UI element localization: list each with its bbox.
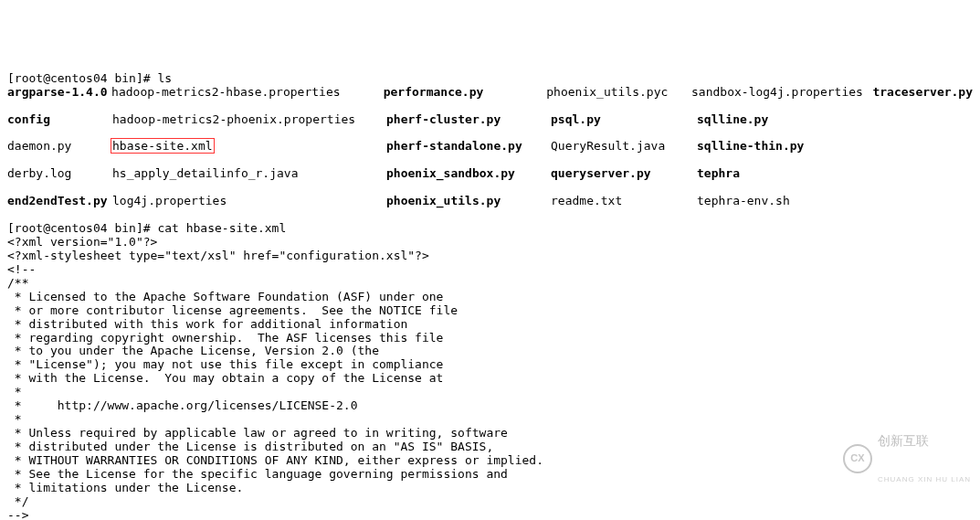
file: phoenix_utils.py bbox=[386, 195, 551, 208]
comment-open: <!-- bbox=[7, 262, 36, 276]
command-ls: ls bbox=[157, 71, 172, 85]
xml-declaration: <?xml version="1.0"?> bbox=[7, 235, 157, 249]
terminal-output: [root@centos04 bin]# ls argparse-1.4.0ha… bbox=[7, 58, 973, 520]
file: sqlline.py bbox=[697, 113, 880, 127]
license-line: * or more contributor license agreements… bbox=[7, 303, 458, 317]
file: QueryResult.java bbox=[551, 140, 697, 154]
license-line: * http://www.apache.org/licenses/LICENSE… bbox=[7, 398, 358, 412]
file: phoenix_sandbox.py bbox=[386, 167, 551, 181]
shell-prompt: [root@centos04 bin]# bbox=[7, 221, 157, 235]
license-line: * regarding copyright ownership. The ASF… bbox=[7, 331, 443, 345]
file: sandbox-log4j.properties bbox=[691, 86, 872, 100]
license-line: * bbox=[7, 385, 22, 398]
watermark-subtext: CHUANG XIN HU LIAN bbox=[878, 475, 971, 483]
license-line: * Licensed to the Apache Software Founda… bbox=[7, 290, 443, 303]
license-line: * "License"); you may not use this file … bbox=[7, 357, 443, 371]
file: derby.log bbox=[7, 167, 112, 181]
watermark-logo-icon: CX bbox=[843, 444, 872, 473]
xml-stylesheet: <?xml-stylesheet type="text/xsl" href="c… bbox=[7, 249, 429, 262]
license-line: /** bbox=[7, 276, 28, 290]
file: traceserver.py bbox=[872, 86, 973, 100]
comment-close: --> bbox=[7, 508, 28, 520]
file: log4j.properties bbox=[112, 195, 386, 208]
file: tephra bbox=[697, 167, 880, 181]
ls-row: argparse-1.4.0hadoop-metrics2-hbase.prop… bbox=[7, 86, 973, 100]
file: pherf-standalone.py bbox=[386, 140, 551, 154]
file: readme.txt bbox=[551, 195, 697, 208]
file: performance.py bbox=[384, 86, 547, 100]
file: config bbox=[7, 113, 112, 127]
license-line: * to you under the Apache License, Versi… bbox=[7, 344, 379, 357]
license-line: * distributed under the License is distr… bbox=[7, 440, 493, 453]
file: sqlline-thin.py bbox=[697, 140, 880, 154]
license-line: * with the License. You may obtain a cop… bbox=[7, 371, 443, 385]
license-line: * WITHOUT WARRANTIES OR CONDITIONS OF AN… bbox=[7, 453, 543, 467]
license-line: * bbox=[7, 412, 22, 426]
ls-row: confighadoop-metrics2-phoenix.properties… bbox=[7, 113, 973, 127]
shell-prompt: [root@centos04 bin]# bbox=[7, 71, 157, 85]
file: phoenix_utils.pyc bbox=[546, 86, 691, 100]
command-cat: cat hbase-site.xml bbox=[157, 221, 286, 235]
watermark-text: 创新互联 bbox=[878, 433, 971, 448]
file: hadoop-metrics2-hbase.properties bbox=[111, 86, 384, 100]
file: end2endTest.py bbox=[7, 195, 112, 208]
license-line: * Unless required by applicable law or a… bbox=[7, 426, 508, 440]
file: tephra-env.sh bbox=[697, 195, 880, 208]
file: daemon.py bbox=[7, 140, 112, 154]
file: queryserver.py bbox=[551, 167, 697, 181]
license-line: * distributed with this work for additio… bbox=[7, 317, 407, 331]
file: argparse-1.4.0 bbox=[7, 86, 111, 100]
file: hs_apply_detailinfo_r.java bbox=[112, 167, 386, 181]
ls-row: daemon.pyhbase-site.xmlpherf-standalone.… bbox=[7, 140, 973, 154]
file: pherf-cluster.py bbox=[386, 113, 551, 127]
file: psql.py bbox=[551, 113, 697, 127]
ls-row: end2endTest.pylog4j.propertiesphoenix_ut… bbox=[7, 195, 973, 208]
license-line: * See the License for the specific langu… bbox=[7, 467, 508, 481]
license-line: * limitations under the License. bbox=[7, 481, 243, 494]
ls-row: derby.loghs_apply_detailinfo_r.javaphoen… bbox=[7, 167, 973, 181]
highlighted-file: hbase-site.xml bbox=[111, 138, 215, 154]
file: hadoop-metrics2-phoenix.properties bbox=[112, 113, 386, 127]
license-line: */ bbox=[7, 494, 28, 508]
watermark: CX 创新互联 CHUANG XIN HU LIAN bbox=[843, 406, 971, 511]
